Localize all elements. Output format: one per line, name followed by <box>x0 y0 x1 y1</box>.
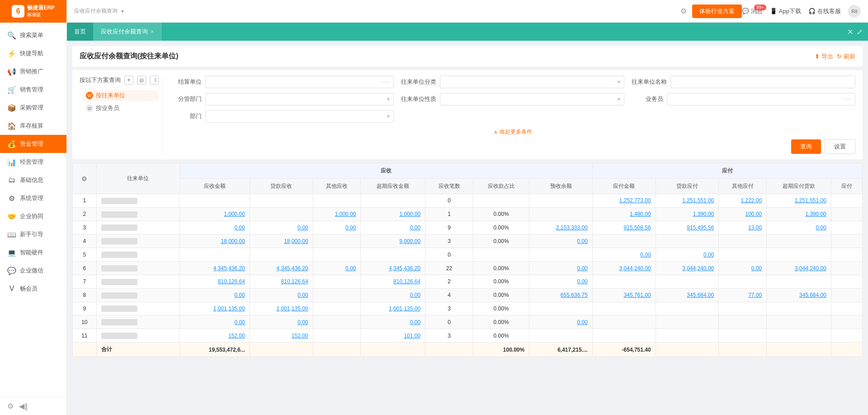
recv-val[interactable]: 1,001,135.00 <box>277 305 308 312</box>
recv-val[interactable]: 9,000.00 <box>399 238 420 244</box>
pay-val[interactable]: 3,044,240.00 <box>795 265 826 272</box>
pay-val[interactable]: 345,684.00 <box>799 292 826 298</box>
pay-val[interactable]: 1,251,551.00 <box>795 197 826 204</box>
sidebar-item-库存核算[interactable]: 🏠 库存核算 <box>0 117 66 135</box>
recv-val[interactable]: 1,000.00 <box>399 211 420 217</box>
pay-val[interactable]: 1,490.00 <box>630 211 651 217</box>
recv-val[interactable]: 810,126.64 <box>218 278 245 285</box>
close-window-icon[interactable]: ✕ <box>847 28 853 36</box>
query-button[interactable]: 查询 <box>791 139 821 154</box>
recv-val[interactable]: 0.00 <box>410 292 420 298</box>
pay-val[interactable]: 0.00 <box>703 252 714 258</box>
recv-val[interactable]: 0.00 <box>345 224 356 231</box>
header-gear-icon[interactable]: ⚙ <box>680 7 687 15</box>
field-input-name[interactable] <box>670 76 855 88</box>
header-message[interactable]: 💬 消息 99+ <box>742 7 763 15</box>
pay-val[interactable]: 915,508.56 <box>624 224 651 231</box>
pay-val[interactable]: 77.00 <box>748 292 762 298</box>
tab-close-icon[interactable]: × <box>151 29 154 35</box>
settings-icon[interactable]: ⚙ <box>7 402 14 410</box>
recv-val[interactable]: 18,000.00 <box>221 238 245 244</box>
tab-home[interactable]: 首页 <box>67 23 94 41</box>
sidebar-item-销售管理[interactable]: 🛒 销售管理 <box>0 81 66 99</box>
recv-val[interactable]: 0.00 <box>297 224 308 231</box>
pay-val[interactable]: 1,390.00 <box>693 211 714 217</box>
recv-val[interactable]: 0.00 <box>297 292 308 298</box>
field-input-salesman[interactable]: ··· <box>667 93 855 105</box>
search-expand-button[interactable]: 《 <box>150 76 159 85</box>
sidebar-item-畅会员[interactable]: V 畅会员 <box>0 280 66 298</box>
recv-val[interactable]: 810,126.64 <box>281 278 308 285</box>
prepay-val[interactable]: 0.00 <box>577 278 588 285</box>
field-input-dept[interactable]: ▾ <box>205 93 394 105</box>
plan-item-partner[interactable]: W 按往来单位 <box>83 90 159 101</box>
pay-val[interactable]: 1,251,551.00 <box>682 197 714 204</box>
refresh-button[interactable]: ↻ 刷新 <box>837 52 855 61</box>
sidebar-item-经营管理[interactable]: 📊 经营管理 <box>0 153 66 171</box>
recv-val[interactable]: 1,000.00 <box>335 211 356 217</box>
pay-val[interactable]: 0.00 <box>751 265 762 272</box>
pay-val[interactable]: 345,761.00 <box>624 292 651 298</box>
sidebar-item-资金管理[interactable]: 💰 资金管理 <box>0 135 66 153</box>
pay-val[interactable]: 100.00 <box>745 211 762 217</box>
header-online-service[interactable]: 🎧 在线客服 <box>808 7 841 15</box>
sidebar-item-基础信息[interactable]: 🗂 基础信息 <box>0 171 66 189</box>
recv-val[interactable]: 0.00 <box>345 265 356 272</box>
recv-val[interactable]: 152.00 <box>292 333 308 339</box>
col-settings-header[interactable]: ⚙ <box>73 163 97 194</box>
sidebar-item-新手引导[interactable]: 📖 新手引导 <box>0 225 66 243</box>
recv-val[interactable]: 0.00 <box>297 319 308 325</box>
recv-val[interactable]: 1,001,135.00 <box>213 305 245 312</box>
sidebar-item-快捷导航[interactable]: ⚡ 快捷导航 <box>0 44 66 62</box>
field-input-category[interactable]: ▾ <box>440 76 625 88</box>
recv-val[interactable]: 152.00 <box>228 333 245 339</box>
header-user[interactable]: Rit <box>848 5 861 18</box>
search-collapse-button[interactable]: ∧ 收起更多条件 <box>170 126 855 138</box>
maximize-icon[interactable]: ⤢ <box>857 28 863 36</box>
recv-val[interactable]: 4,345,436.20 <box>389 265 420 272</box>
pay-val[interactable]: 3,044,240.00 <box>619 265 651 272</box>
sidebar-item-系统管理[interactable]: ⚙ 系统管理 <box>0 189 66 207</box>
prepay-val[interactable]: 0.00 <box>577 238 588 244</box>
sidebar-item-企业微信[interactable]: 💬 企业微信 <box>0 262 66 280</box>
pay-val[interactable]: 0.00 <box>816 224 826 231</box>
pay-val[interactable]: 915,495.56 <box>687 224 714 231</box>
table-settings-icon[interactable]: ⚙ <box>81 175 87 182</box>
pay-val[interactable]: 345,684.00 <box>687 292 714 298</box>
search-target-button[interactable]: ◎ <box>137 76 146 85</box>
prepay-val[interactable]: 0.00 <box>577 319 588 325</box>
field-input-settlement[interactable]: ··· <box>205 76 394 88</box>
recv-val[interactable]: 4,345,436.20 <box>213 265 245 272</box>
export-button[interactable]: ⬆ 导出 <box>815 52 833 61</box>
pay-val[interactable]: 1,252,773.00 <box>619 197 651 204</box>
collapse-icon[interactable]: ◀‖ <box>19 402 28 410</box>
pay-val[interactable]: 0.00 <box>640 252 651 258</box>
recv-val[interactable]: 0.00 <box>235 224 245 231</box>
pay-val[interactable]: 1,390.00 <box>805 211 826 217</box>
sidebar-item-采购管理[interactable]: 📦 采购管理 <box>0 99 66 117</box>
sidebar-item-搜索菜单[interactable]: 🔍 搜索菜单 <box>0 26 66 44</box>
recv-val[interactable]: 0.00 <box>410 319 420 325</box>
recv-val[interactable]: 0.00 <box>410 224 420 231</box>
sidebar-item-营销推广[interactable]: 📢 营销推广 <box>0 62 66 81</box>
prepay-val[interactable]: 0.00 <box>577 265 588 272</box>
recv-val[interactable]: 4,345,436.20 <box>277 265 308 272</box>
prepay-val[interactable]: 2,153,333.00 <box>556 224 588 231</box>
recv-val[interactable]: 0.00 <box>235 319 245 325</box>
pay-val[interactable]: 1,222.00 <box>741 197 762 204</box>
prepay-val[interactable]: 655,636.75 <box>561 292 588 298</box>
pay-val[interactable]: 3,044,240.00 <box>682 265 714 272</box>
recv-val[interactable]: 18,000.00 <box>284 238 308 244</box>
sidebar-item-企业协同[interactable]: 🤝 企业协同 <box>0 207 66 225</box>
pay-val[interactable]: 13.00 <box>748 224 762 231</box>
recv-val[interactable]: 101.00 <box>404 333 420 339</box>
field-input-dept2[interactable]: ▾ <box>205 110 394 123</box>
recv-val[interactable]: 810,126.64 <box>393 278 420 285</box>
search-add-button[interactable]: + <box>124 76 133 85</box>
recv-val[interactable]: 1,001,135.00 <box>389 305 420 312</box>
sidebar-item-智能硬件[interactable]: 💻 智能硬件 <box>0 243 66 262</box>
header-app-download[interactable]: 📱 App下载 <box>770 7 801 15</box>
promo-button[interactable]: 体验行业方案 <box>692 5 742 18</box>
tab-current[interactable]: 应收应付余额查询 × <box>94 23 161 41</box>
recv-val[interactable]: 0.00 <box>235 292 245 298</box>
